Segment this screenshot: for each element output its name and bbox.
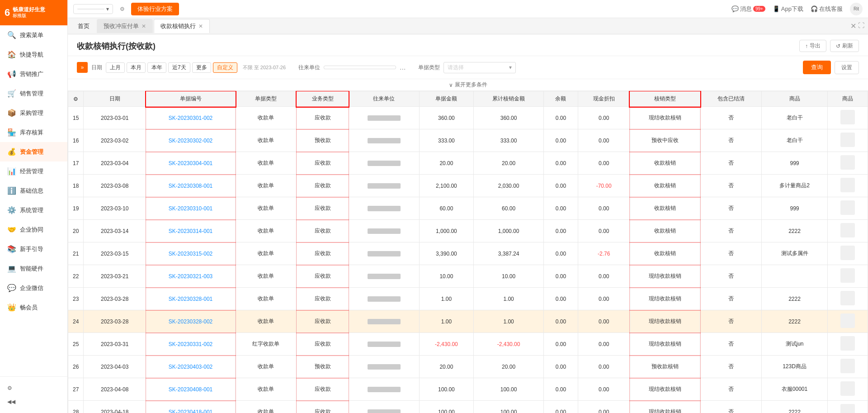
sidebar-item-14[interactable]: 👑畅会员 bbox=[0, 298, 67, 317]
company-selector[interactable]: ▾ bbox=[73, 4, 113, 14]
tab-prepayment[interactable]: 预收冲应付单 ✕ bbox=[97, 19, 153, 33]
sidebar-collapse[interactable]: ◀◀ bbox=[0, 395, 67, 408]
sidebar-item-5[interactable]: 🏪库存核算 bbox=[0, 123, 67, 142]
sidebar-icon-1: 🏠 bbox=[7, 50, 16, 59]
td-partner-0 bbox=[349, 107, 419, 129]
messages-badge: 99+ bbox=[753, 6, 765, 12]
td-code-1[interactable]: SK-20230302-002 bbox=[146, 129, 236, 152]
sidebar-item-10[interactable]: 🤝企业协同 bbox=[0, 220, 67, 239]
code-link-7[interactable]: SK-20230321-003 bbox=[169, 273, 212, 280]
sidebar-item-7[interactable]: 📊经营管理 bbox=[0, 161, 67, 181]
td-type-11: 收款单 bbox=[236, 356, 297, 378]
td-rownum-8: 23 bbox=[68, 288, 84, 310]
sidebar-settings[interactable]: ⚙ bbox=[0, 381, 67, 395]
td-code-8[interactable]: SK-20230328-001 bbox=[146, 288, 236, 310]
td-code-7[interactable]: SK-20230321-003 bbox=[146, 265, 236, 288]
online-service-area[interactable]: 🎧 在线客服 bbox=[811, 5, 843, 13]
td-code-5[interactable]: SK-20230314-001 bbox=[146, 220, 236, 242]
td-cash-discount-12: 0.00 bbox=[578, 378, 630, 401]
date-last-month-btn[interactable]: 上月 bbox=[106, 62, 125, 73]
sidebar-item-2[interactable]: 📢营销推广 bbox=[0, 64, 67, 84]
partner-input[interactable] bbox=[324, 66, 396, 69]
code-link-12[interactable]: SK-20230408-001 bbox=[169, 386, 212, 393]
code-link-10[interactable]: SK-20230331-002 bbox=[169, 341, 212, 347]
td-include-settled-3: 否 bbox=[700, 175, 761, 197]
sidebar-item-12[interactable]: 💻智能硬件 bbox=[0, 259, 67, 278]
filter-expand-button[interactable]: » bbox=[77, 62, 88, 73]
td-code-2[interactable]: SK-20230304-001 bbox=[146, 152, 236, 175]
sidebar-item-1[interactable]: 🏠快捷导航 bbox=[0, 45, 67, 64]
code-link-3[interactable]: SK-20230308-001 bbox=[169, 183, 212, 189]
gear-icon[interactable]: ⚙ bbox=[116, 3, 128, 15]
sidebar-icon-13: 💬 bbox=[7, 284, 16, 292]
refresh-button[interactable]: ↺ 刷新 bbox=[830, 40, 859, 52]
sidebar-item-3[interactable]: 🛒销售管理 bbox=[0, 84, 67, 103]
td-code-9[interactable]: SK-20230328-002 bbox=[146, 310, 236, 333]
industry-solution-button[interactable]: 体验行业方案 bbox=[131, 3, 179, 15]
messages-area[interactable]: 💬 消息 99+ bbox=[731, 5, 765, 13]
td-product-11: 123D商品 bbox=[761, 356, 828, 378]
receipt-type-select[interactable]: 请选择 ▾ bbox=[443, 62, 516, 73]
td-code-4[interactable]: SK-20230310-001 bbox=[146, 197, 236, 220]
td-amount-5: 1,000.00 bbox=[419, 220, 473, 242]
code-link-4[interactable]: SK-20230310-001 bbox=[169, 205, 212, 212]
tab-prepayment-close-icon[interactable]: ✕ bbox=[142, 23, 146, 29]
sidebar-icon-2: 📢 bbox=[7, 70, 16, 78]
date-7days-btn[interactable]: 近7天 bbox=[168, 62, 190, 73]
td-total-writeoff-13: 100.00 bbox=[473, 401, 543, 413]
code-link-11[interactable]: SK-20230403-002 bbox=[169, 364, 212, 370]
td-include-settled-8: 否 bbox=[700, 288, 761, 310]
code-link-1[interactable]: SK-20230302-002 bbox=[169, 138, 212, 144]
product-thumbnail-1 bbox=[840, 133, 855, 147]
code-link-5[interactable]: SK-20230314-001 bbox=[169, 228, 212, 234]
expand-more-icon: ∨ bbox=[449, 82, 453, 88]
tab-maximize-icon[interactable]: ⛶ bbox=[858, 22, 864, 30]
td-cash-discount-4: 0.00 bbox=[578, 197, 630, 220]
export-button[interactable]: ↑ 导出 bbox=[799, 40, 826, 52]
td-code-10[interactable]: SK-20230331-002 bbox=[146, 333, 236, 356]
td-code-12[interactable]: SK-20230408-001 bbox=[146, 378, 236, 401]
code-link-13[interactable]: SK-20230418-001 bbox=[169, 409, 212, 413]
date-more-btn[interactable]: 更多 bbox=[192, 62, 211, 73]
code-link-2[interactable]: SK-20230304-001 bbox=[169, 160, 212, 166]
date-this-year-btn[interactable]: 本年 bbox=[147, 62, 166, 73]
table-row: 20 2023-03-14 SK-20230314-001 收款单 应收款 1,… bbox=[68, 220, 868, 242]
td-type-9: 收款单 bbox=[236, 310, 297, 333]
user-area[interactable]: Rit bbox=[850, 3, 863, 15]
td-product-img-0 bbox=[828, 107, 868, 129]
product-thumbnail-8 bbox=[840, 291, 855, 305]
sidebar-item-0[interactable]: 🔍搜索菜单 bbox=[0, 25, 67, 45]
tab-writeoff[interactable]: 收款核销执行 ✕ bbox=[154, 19, 210, 33]
setting-button[interactable]: 设置 bbox=[835, 61, 859, 74]
sidebar-item-4[interactable]: 📦采购管理 bbox=[0, 103, 67, 123]
code-link-0[interactable]: SK-20230301-002 bbox=[169, 115, 212, 121]
tab-home[interactable]: 首页 bbox=[71, 19, 96, 33]
td-code-6[interactable]: SK-20230315-002 bbox=[146, 242, 236, 265]
code-link-9[interactable]: SK-20230328-002 bbox=[169, 318, 212, 325]
th-amount: 单据金额 bbox=[419, 91, 473, 107]
product-thumbnail-2 bbox=[840, 155, 855, 170]
td-biz-type-3: 应收款 bbox=[297, 175, 349, 197]
app-download-area[interactable]: 📱 App下载 bbox=[773, 5, 803, 13]
sidebar-item-8[interactable]: ℹ️基础信息 bbox=[0, 181, 67, 200]
tab-writeoff-close-icon[interactable]: ✕ bbox=[198, 23, 203, 29]
th-settings[interactable]: ⚙ bbox=[68, 91, 84, 107]
td-date-5: 2023-03-14 bbox=[84, 220, 146, 242]
td-code-13[interactable]: SK-20230418-001 bbox=[146, 401, 236, 413]
td-code-11[interactable]: SK-20230403-002 bbox=[146, 356, 236, 378]
td-code-3[interactable]: SK-20230308-001 bbox=[146, 175, 236, 197]
date-this-month-btn[interactable]: 本月 bbox=[127, 62, 146, 73]
sidebar-item-9[interactable]: ⚙️系统管理 bbox=[0, 200, 67, 220]
code-link-6[interactable]: SK-20230315-002 bbox=[169, 251, 212, 257]
date-custom-btn[interactable]: 自定义 bbox=[213, 62, 237, 73]
sidebar-item-11[interactable]: 📚新手引导 bbox=[0, 239, 67, 259]
td-amount-10: -2,430.00 bbox=[419, 333, 473, 356]
tab-close-all-icon[interactable]: ✕ bbox=[850, 22, 856, 30]
code-link-8[interactable]: SK-20230328-001 bbox=[169, 296, 212, 302]
td-code-0[interactable]: SK-20230301-002 bbox=[146, 107, 236, 129]
query-button[interactable]: 查询 bbox=[803, 61, 831, 74]
expand-more-conditions[interactable]: ∨ 展开更多条件 bbox=[68, 79, 868, 91]
more-options-icon[interactable]: ... bbox=[400, 63, 406, 71]
sidebar-item-6[interactable]: 💰资金管理 bbox=[0, 142, 67, 161]
sidebar-item-13[interactable]: 💬企业微信 bbox=[0, 278, 67, 298]
